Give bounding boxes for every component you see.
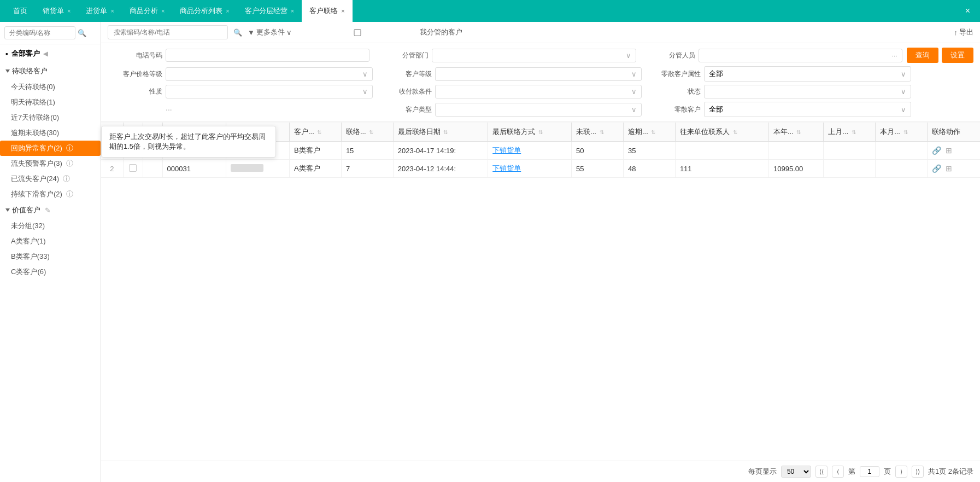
chevron-down-icon: ∨: [286, 28, 292, 37]
next-page-btn[interactable]: ⟩: [895, 466, 907, 478]
th-this-month: 本月... ⇅: [876, 123, 928, 142]
nav-home[interactable]: 首页: [5, 0, 35, 22]
sort-overdue[interactable]: ⇅: [651, 129, 655, 135]
sort-unit-contact[interactable]: ⇅: [733, 129, 737, 135]
prev-page-btn[interactable]: ⟨: [832, 466, 844, 478]
nav-product-analysis-list-close[interactable]: ×: [226, 8, 229, 14]
sidebar-item-churned[interactable]: 已流失客户(24) ⓘ: [0, 171, 101, 187]
sidebar-search-input[interactable]: [4, 26, 75, 39]
sidebar-item-abnormal[interactable]: 回购异常客户(2) ⓘ: [0, 141, 101, 156]
info-icon-3: ⓘ: [63, 175, 70, 183]
th-type: 客户... ⇅: [289, 123, 341, 142]
sort-type[interactable]: ⇅: [317, 129, 321, 135]
cust-grade-select[interactable]: ∨: [435, 67, 642, 81]
sort-this-year[interactable]: ⇅: [796, 129, 801, 135]
more-conditions-btn[interactable]: ▼ 更多条件 ∨: [248, 27, 292, 37]
sidebar-item-ungroup[interactable]: 未分组(32): [0, 218, 101, 234]
info-icon: ⓘ: [66, 144, 73, 152]
action-more-icon[interactable]: ⊞: [946, 146, 952, 155]
my-customers-filter: 我分管的客户: [297, 27, 462, 37]
dept-select[interactable]: ∨: [432, 49, 636, 62]
th-actions: 联络动作: [928, 123, 980, 142]
payment-select[interactable]: ∨: [435, 85, 642, 98]
phone-input[interactable]: [166, 49, 369, 62]
sidebar-value-group[interactable]: 价值客户 ✎: [0, 202, 101, 218]
filter-row-4: ··· 客户类型 ∨ 零散客户 全部 ∨: [108, 102, 973, 117]
last-method-link[interactable]: 下销货单: [492, 164, 521, 172]
nav-product-analysis[interactable]: 商品分析 ×: [122, 0, 172, 22]
last-method-link[interactable]: 下销货单: [492, 146, 521, 154]
row-this-year: [769, 142, 824, 160]
row-this-year: 10995.00: [769, 160, 824, 178]
export-button[interactable]: ↑ 导出: [954, 27, 974, 37]
nav-customer-contact-close[interactable]: ×: [341, 8, 344, 14]
sidebar-search-icon[interactable]: 🔍: [78, 29, 86, 37]
price-grade-select[interactable]: ∨: [166, 67, 373, 81]
nav-purchase-order-close[interactable]: ×: [110, 8, 114, 14]
filter-col-dept: 分管部门 ∨: [374, 49, 636, 62]
query-button[interactable]: 查询: [907, 48, 938, 63]
status-select[interactable]: ∨: [704, 85, 911, 98]
row-last-month: [824, 142, 876, 160]
sort-this-month[interactable]: ⇅: [903, 129, 908, 135]
nav-customer-contact[interactable]: 客户联络 ×: [302, 0, 352, 22]
filter-row-1: 电话号码 分管部门 ∨ 分管人员 ···: [108, 48, 973, 63]
cust-grade-label: 客户等级: [377, 69, 432, 79]
search-icon-btn[interactable]: 🔍: [233, 28, 242, 37]
settings-button[interactable]: 设置: [942, 48, 973, 63]
row-overdue: 48: [623, 160, 675, 178]
first-page-btn[interactable]: ⟨⟨: [815, 466, 828, 478]
row-checkbox[interactable]: [129, 164, 137, 172]
manager-select[interactable]: ···: [699, 49, 902, 62]
nav-customer-tier-close[interactable]: ×: [291, 8, 294, 14]
last-page-btn[interactable]: ⟩⟩: [912, 466, 924, 478]
sidebar-item-a-class[interactable]: A类客户(1): [0, 234, 101, 249]
nav-product-analysis-list[interactable]: 商品分析列表 ×: [172, 0, 237, 22]
th-last-month: 上月... ⇅: [824, 123, 876, 142]
retail-attr-select[interactable]: 全部 ∨: [704, 66, 911, 82]
filter-col-retail-attr: 零散客户属性 全部 ∨: [646, 66, 911, 82]
sidebar-item-c-class[interactable]: C类客户(6): [0, 264, 101, 280]
sidebar-all-customers[interactable]: ▪ 全部客户 ◀: [0, 44, 101, 63]
row-contact: 15: [341, 142, 393, 160]
row-uncontacted: 50: [572, 142, 624, 160]
page-number-input[interactable]: [860, 466, 879, 477]
sort-last-month[interactable]: ⇅: [852, 129, 856, 135]
nav-sales-order[interactable]: 销货单 ×: [35, 0, 78, 22]
sidebar-item-declining[interactable]: 持续下滑客户(2) ⓘ: [0, 187, 101, 202]
sidebar-pending-group[interactable]: 待联络客户: [0, 63, 101, 79]
more-filters-btn[interactable]: ···: [166, 105, 172, 114]
sidebar-item-b-class[interactable]: B类客户(33): [0, 249, 101, 264]
sidebar-item-today[interactable]: 今天待联络(0): [0, 79, 101, 95]
nav-customer-tier[interactable]: 客户分层经营 ×: [237, 0, 302, 22]
main-layout: 🔍 ▪ 全部客户 ◀ 待联络客户 今天待联络(0) 明天待联络(1) 近7天待联…: [0, 22, 980, 482]
filter-col-payment: 收付款条件 ∨: [377, 85, 642, 98]
my-customers-checkbox[interactable]: [297, 29, 418, 36]
action-link-icon[interactable]: 🔗: [932, 146, 941, 155]
sort-last-date[interactable]: ⇅: [443, 129, 448, 135]
action-more-icon[interactable]: ⊞: [946, 164, 952, 173]
row-check: [123, 160, 143, 178]
row-unit-contact: 111: [675, 160, 768, 178]
nature-select[interactable]: ∨: [166, 85, 373, 98]
nav-sales-order-close[interactable]: ×: [67, 8, 71, 14]
nav-product-analysis-close[interactable]: ×: [161, 8, 165, 14]
filter-col-phone: 电话号码: [108, 49, 369, 62]
sort-contact[interactable]: ⇅: [369, 129, 373, 135]
filter-col-price-grade: 客户价格等级 ∨: [108, 67, 373, 81]
sidebar-item-churn-warning[interactable]: 流失预警客户(3) ⓘ: [0, 156, 101, 171]
retail-cust-select[interactable]: 全部 ∨: [704, 102, 911, 117]
nav-purchase-order[interactable]: 进货单 ×: [78, 0, 121, 22]
sort-uncontacted[interactable]: ⇅: [600, 129, 604, 135]
sidebar-item-tomorrow[interactable]: 明天待联络(1): [0, 95, 101, 110]
search-input[interactable]: [108, 25, 228, 39]
filter-row-2: 客户价格等级 ∨ 客户等级 ∨ 零散客户属性 全部: [108, 66, 973, 82]
action-link-icon[interactable]: 🔗: [932, 164, 941, 173]
value-group-edit[interactable]: ✎: [45, 206, 51, 214]
cust-type-select[interactable]: ∨: [435, 103, 642, 117]
per-page-select[interactable]: 50 100 200: [781, 466, 811, 478]
sidebar-item-7days[interactable]: 近7天待联络(0): [0, 110, 101, 125]
window-close[interactable]: ×: [961, 6, 975, 16]
sidebar-item-overdue[interactable]: 逾期未联络(30): [0, 125, 101, 141]
sort-last-method[interactable]: ⇅: [538, 129, 543, 135]
